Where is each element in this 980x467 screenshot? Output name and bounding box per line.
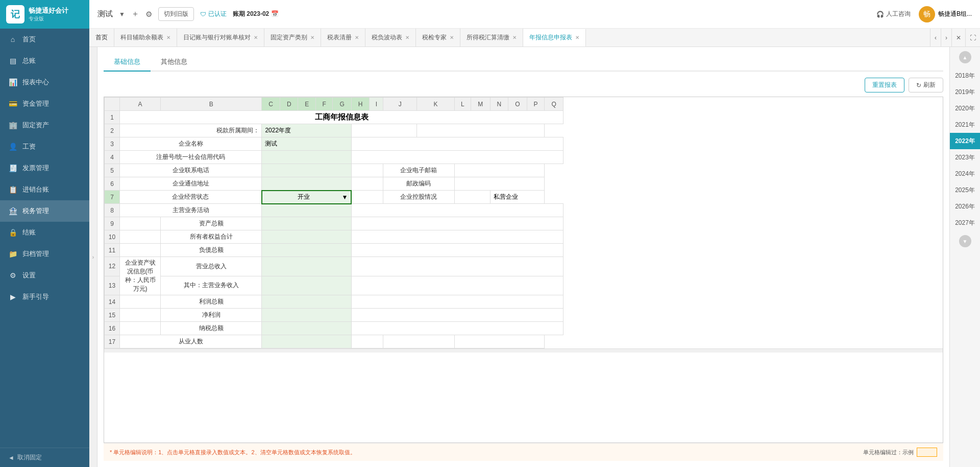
tab-close-icon[interactable]: ✕ [254,35,258,40]
sidebar-item-general-ledger[interactable]: ▤总账 [0,50,89,72]
tab-tax-expert[interactable]: 税检专家✕ [416,29,460,46]
address-value[interactable] [262,177,352,191]
tab-bank-reconcile[interactable]: 日记账与银行对账单核对✕ [177,29,264,46]
switch-version-button[interactable]: 切到旧版 [158,7,194,21]
support-btn[interactable]: 🎧 人工咨询 [876,10,911,18]
year-item[interactable]: 2020年 [950,100,980,116]
tab-annual-report[interactable]: 年报信息申报表✕ [523,29,586,47]
sidebar-item-settings[interactable]: ⚙设置 [0,265,89,286]
company-name-label: 企业名称 [120,137,262,151]
reset-report-button[interactable]: 重置报表 [865,78,904,92]
tab-tax-return[interactable]: 税表清册✕ [321,29,365,46]
user-menu-btn[interactable]: 畅 畅捷通B组... [919,6,972,22]
table-row: 5 企业联系电话 企业电子邮箱 [105,164,564,177]
liabilities-value[interactable] [262,244,352,257]
sidebar-item-label: 总账 [22,56,36,65]
year-item[interactable]: 2027年 [950,215,980,231]
year-item[interactable]: 2023年 [950,149,980,166]
year-item[interactable]: 2026年 [950,198,980,215]
sidebar-item-fund-management[interactable]: 💳资金管理 [0,93,89,114]
main-revenue-value[interactable] [262,276,352,295]
year-expand-up-btn[interactable]: ▲ [959,51,971,63]
sidebar-item-fixed-assets[interactable]: 🏢固定资产 [0,114,89,136]
topbar-dropdown-btn[interactable]: ▼ [119,11,125,18]
year-item[interactable]: 2018年 [950,67,980,84]
refresh-button[interactable]: ↻ 刷新 [909,78,943,92]
footer-sample: 单元格编辑过：示例 [863,448,937,457]
dropdown-arrow-icon[interactable]: ▼ [342,194,348,201]
tax-period-value[interactable]: 2022年度 [262,124,352,137]
tab-other-info[interactable]: 其他信息 [151,53,198,72]
col-header-L: L [454,98,471,111]
total-tax-value[interactable] [262,322,352,335]
year-item[interactable]: 2024年 [950,166,980,182]
tab-fixed-assets-category[interactable]: 固定资产类别✕ [264,29,321,46]
holding-label: 企业控股情况 [383,191,454,204]
tab-close-icon[interactable]: ✕ [575,35,579,40]
tab-fullscreen-btn[interactable]: ⛶ [965,29,980,47]
report-center-icon: 📊 [8,78,17,86]
topbar-add-btn[interactable]: ＋ [131,9,139,19]
business-status-label: 企业经营状态 [120,191,262,204]
sidebar-item-tax-management[interactable]: 🏦税务管理 [0,200,89,222]
fund-management-icon: 💳 [8,100,17,108]
sidebar-collapse-btn[interactable]: ◄ 取消固定 [0,448,89,467]
equity-value[interactable] [262,230,352,244]
sidebar-item-home[interactable]: ⌂首页 [0,29,89,50]
email-value[interactable] [454,164,545,177]
tab-close-icon[interactable]: ✕ [450,35,454,40]
year-item[interactable]: 2025年 [950,182,980,198]
tab-close-all-btn[interactable]: ✕ [951,29,965,47]
sidebar-item-closing[interactable]: 🔒结账 [0,222,89,243]
tab-next-btn[interactable]: › [941,29,951,47]
horizontal-scrollbar[interactable] [104,348,943,353]
holding-value[interactable] [454,191,490,204]
tab-close-icon[interactable]: ✕ [405,35,409,40]
topbar-settings-btn[interactable]: ⚙ [145,10,152,19]
tab-close-icon[interactable]: ✕ [310,35,314,40]
tab-close-icon[interactable]: ✕ [166,35,170,40]
spreadsheet-table: A B C D E F G H I J K L M [104,97,564,348]
tab-income-tax[interactable]: 所得税汇算清缴✕ [460,29,523,46]
sidebar-item-report-center[interactable]: 📊报表中心 [0,72,89,93]
main-business-label: 主营业务活动 [120,204,262,217]
employee-count-value[interactable] [262,335,352,348]
sidebar-item-payroll[interactable]: 👤工资 [0,136,89,157]
main-business-value[interactable] [262,204,352,217]
year-item[interactable]: 2019年 [950,84,980,100]
total-assets-value[interactable] [262,217,352,230]
spreadsheet-container[interactable]: A B C D E F G H I J K L M [104,97,943,443]
postcode-value[interactable] [454,177,545,191]
tab-aux-balance[interactable]: 科目辅助余额表✕ [114,29,177,46]
calendar-icon[interactable]: 📅 [271,10,279,17]
reg-code-value[interactable] [262,151,352,164]
tab-close-icon[interactable]: ✕ [512,35,517,40]
holding-type-value[interactable]: 私营企业 [490,191,545,204]
year-expand-down-btn[interactable]: ▼ [959,235,971,247]
topbar: 测试 ▼ ＋ ⚙ 切到旧版 🛡 已认证 账期 2023-02 📅 🎧 人工咨询 … [89,0,980,29]
left-collapse-panel[interactable]: › [89,47,97,467]
col-header-M: M [471,98,490,111]
sidebar-item-invoice-management[interactable]: 🧾发票管理 [0,157,89,179]
tab-tax-fluctuation[interactable]: 税负波动表✕ [365,29,416,46]
year-item[interactable]: 2021年 [950,116,980,133]
dropdown-cell[interactable]: 开业 ▼ [265,193,348,201]
business-status-value[interactable]: 开业 ▼ [262,191,352,204]
employee-count-num [383,335,454,348]
sidebar-item-purchase-sales[interactable]: 📋进销台账 [0,179,89,200]
sidebar-item-archive[interactable]: 📁归档管理 [0,243,89,265]
total-profit-label: 利润总额 [161,295,262,309]
year-item[interactable]: 2022年 [950,133,980,149]
net-profit-value[interactable] [262,309,352,322]
total-revenue-value[interactable] [262,257,352,276]
company-name-value[interactable]: 测试 [262,137,352,151]
phone-value[interactable] [262,164,352,177]
sidebar-item-new-guide[interactable]: ▶新手引导 [0,286,89,308]
tab-basic-info[interactable]: 基础信息 [104,53,151,72]
net-profit-label: 净利润 [161,309,262,322]
total-profit-value[interactable] [262,295,352,309]
tab-prev-btn[interactable]: ‹ [930,29,941,47]
tab-close-icon[interactable]: ✕ [355,35,359,40]
tab-home[interactable]: 首页 [89,29,114,46]
certified-badge: 🛡 已认证 [200,10,227,18]
